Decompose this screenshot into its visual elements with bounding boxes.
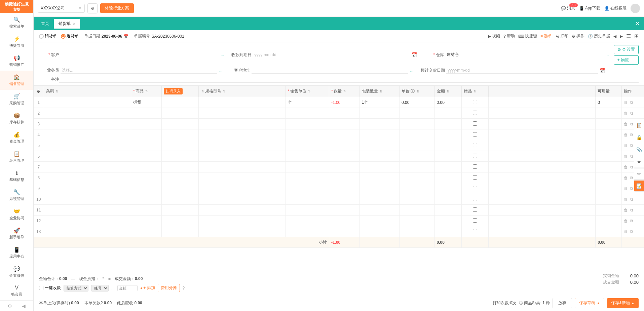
sidebar-item-快捷导航[interactable]: ⚡快捷导航 <box>0 32 33 51</box>
account-select[interactable]: 账号 <box>91 285 109 291</box>
help-btn[interactable]: ? 帮助 <box>503 33 515 39</box>
close-all-tabs-button[interactable]: ✕ <box>634 20 641 27</box>
prev-btn[interactable]: ◀ <box>613 34 616 39</box>
cell-spec-7[interactable] <box>198 172 286 183</box>
copy-icon-5[interactable]: ⧉ <box>630 154 633 159</box>
cell-barcode-6[interactable] <box>44 162 131 172</box>
one-click-checkbox[interactable] <box>39 286 43 290</box>
delete-icon-8[interactable]: 🗑 <box>624 186 628 191</box>
float-btn-5[interactable]: ✏ <box>634 168 644 180</box>
cell-spec-10[interactable] <box>198 205 286 216</box>
print-btn[interactable]: 🖨 打印 <box>555 33 568 39</box>
cell-barcode-9[interactable] <box>44 194 131 205</box>
delete-icon-0[interactable]: 🗑 <box>624 100 628 105</box>
cell-barcode-10[interactable] <box>44 205 131 216</box>
cell-gift-10[interactable] <box>461 205 488 216</box>
remark-input[interactable] <box>59 76 639 83</box>
sidebar-item-销售管理[interactable]: 🏠销售管理 <box>0 71 33 90</box>
float-btn-3[interactable]: 📎 <box>634 144 644 155</box>
view-list-btn[interactable]: ☰ <box>626 33 631 39</box>
copy-icon-1[interactable]: ⧉ <box>630 111 633 116</box>
expense-question-icon[interactable]: ? <box>183 286 185 290</box>
salesperson-input[interactable] <box>61 67 217 74</box>
history-btn[interactable]: 🕐 历史单据 <box>588 33 610 39</box>
cell-spec-5[interactable] <box>198 151 286 162</box>
delete-icon-11[interactable]: 🗑 <box>624 219 628 223</box>
cell-gift-5[interactable] <box>461 151 488 162</box>
video-btn[interactable]: ▶ 视频 <box>488 33 500 39</box>
action-btn[interactable]: ⚙ 操作 <box>572 33 584 39</box>
cell-gift-2[interactable] <box>461 119 488 129</box>
copy-icon-10[interactable]: ⧉ <box>630 208 633 212</box>
delete-icon-3[interactable]: 🗑 <box>624 132 628 137</box>
copy-icon-12[interactable]: ⧉ <box>630 229 633 234</box>
delete-icon-1[interactable]: 🗑 <box>624 111 628 116</box>
sidebar-item-搜索菜单[interactable]: 🔍搜索菜单 <box>0 13 33 32</box>
message-button[interactable]: 💬 消息 99+ <box>561 5 575 11</box>
expense-split-btn[interactable]: 费用分摊 <box>158 284 180 292</box>
sidebar-item-应用中心[interactable]: 📱应用中心 <box>0 243 33 262</box>
cell-barcode-5[interactable] <box>44 151 131 162</box>
cell-gift-1[interactable] <box>461 108 488 119</box>
cell-spec-0[interactable] <box>198 97 286 108</box>
cell-gift-8[interactable] <box>461 183 488 194</box>
th-scan[interactable]: 扫码录入 <box>161 86 198 97</box>
sidebar-item-经营管理[interactable]: 📋经营管理 <box>0 147 33 166</box>
flow-action-btn[interactable]: + 物流 <box>614 55 639 65</box>
company-selector[interactable]: XXXXXX公司 ▼ <box>38 4 85 13</box>
th-settings[interactable]: ⚙ <box>34 86 44 97</box>
copy-icon-9[interactable]: ⧉ <box>630 197 633 202</box>
float-btn-1[interactable]: 📋 <box>634 120 644 131</box>
delete-icon-12[interactable]: 🗑 <box>624 229 628 234</box>
tab-close-icon[interactable]: ✕ <box>73 22 75 26</box>
cell-gift-3[interactable] <box>461 129 488 140</box>
save-new-button[interactable]: 保存&新增 ▲ <box>607 298 639 308</box>
expected-delivery-calendar-icon[interactable]: 📅 <box>599 68 605 73</box>
add-payment-btn[interactable]: ● + 添加 <box>140 285 155 291</box>
sidebar-item-企业协同[interactable]: 🤝企业协同 <box>0 205 33 224</box>
copy-icon-8[interactable]: ⧉ <box>630 186 633 191</box>
shortcut-btn[interactable]: ⌨ 快捷键 <box>518 33 537 39</box>
cell-gift-7[interactable] <box>461 172 488 183</box>
copy-icon-11[interactable]: ⧉ <box>630 219 633 223</box>
cell-spec-9[interactable] <box>198 194 286 205</box>
cell-gift-12[interactable] <box>461 226 488 237</box>
delete-icon-7[interactable]: 🗑 <box>624 176 628 180</box>
cell-barcode-12[interactable] <box>44 226 131 237</box>
copy-icon-0[interactable]: ⧉ <box>630 100 633 105</box>
sidebar-item-新手引导[interactable]: 🚀新手引导 <box>0 224 33 243</box>
payment-date-input[interactable] <box>253 52 410 58</box>
customer-address-input[interactable] <box>252 67 408 74</box>
cell-gift-9[interactable] <box>461 194 488 205</box>
calc-method-select[interactable]: 结算方式 <box>64 285 88 291</box>
abandon-button[interactable]: 放弃 <box>553 298 572 308</box>
cell-spec-12[interactable] <box>198 226 286 237</box>
cell-spec-3[interactable] <box>198 129 286 140</box>
cell-spec-2[interactable] <box>198 119 286 129</box>
delete-icon-10[interactable]: 🗑 <box>624 208 628 212</box>
copy-icon-3[interactable]: ⧉ <box>630 132 633 137</box>
cell-barcode-8[interactable] <box>44 183 131 194</box>
warehouse-ellipsis[interactable]: ... <box>605 52 610 57</box>
cell-gift-11[interactable] <box>461 216 488 226</box>
payment-date-calendar-icon[interactable]: 📅 <box>411 52 417 57</box>
copy-icon-6[interactable]: ⧉ <box>630 165 633 169</box>
customer-input[interactable] <box>61 52 219 58</box>
settings-button[interactable]: ⚙ <box>87 3 98 13</box>
trial-button[interactable]: 体验行业方案 <box>100 3 134 13</box>
overdue-question[interactable]: ? <box>101 301 103 305</box>
cell-barcode-0[interactable] <box>44 97 131 108</box>
cell-barcode-11[interactable] <box>44 216 131 226</box>
cell-barcode-1[interactable] <box>44 108 131 119</box>
float-btn-2[interactable]: 🔒 <box>634 132 644 143</box>
next-btn[interactable]: ▶ <box>620 34 623 39</box>
avatar[interactable] <box>631 4 640 13</box>
sidebar-item-基础信息[interactable]: ℹ基础信息 <box>0 166 33 186</box>
cell-gift-0[interactable] <box>461 97 488 108</box>
cell-barcode-4[interactable] <box>44 140 131 151</box>
sidebar-item-企业微信[interactable]: 💬企业微信 <box>0 262 33 281</box>
cell-spec-4[interactable] <box>198 140 286 151</box>
delete-icon-2[interactable]: 🗑 <box>624 122 628 126</box>
cell-gift-6[interactable] <box>461 162 488 172</box>
settings-icon[interactable]: ⚙ <box>8 303 12 309</box>
